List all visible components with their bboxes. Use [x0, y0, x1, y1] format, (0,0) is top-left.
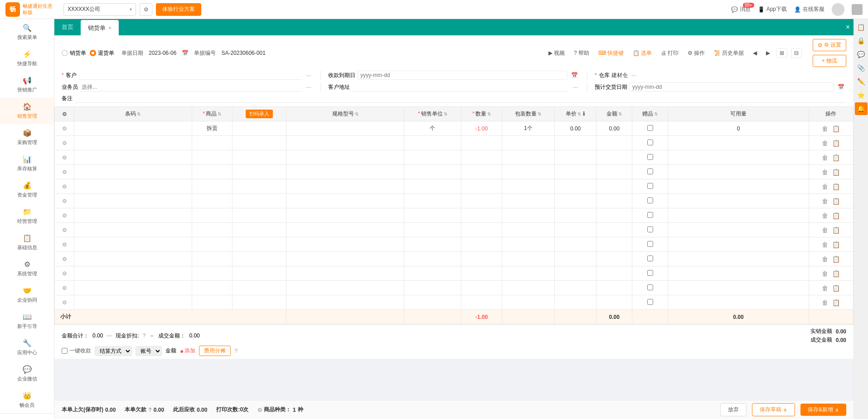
row-gift-12[interactable]: [632, 295, 668, 310]
sidebar-item-operations[interactable]: 📁 经营管理: [0, 203, 54, 229]
online-service-button[interactable]: 👤 在线客服: [794, 5, 824, 13]
tab-close-icon[interactable]: ×: [108, 25, 112, 31]
trial-button[interactable]: 体验行业方案: [156, 3, 201, 16]
select-order-btn[interactable]: 📋 选单: [630, 48, 655, 58]
right-panel-btn-6[interactable]: ⭐: [855, 89, 868, 101]
row-spec-8[interactable]: [286, 237, 404, 252]
add-payment-btn[interactable]: ● 添加: [180, 347, 195, 355]
sidebar-collapse-btn[interactable]: ◀: [35, 417, 46, 419]
row-delete-btn-10[interactable]: 🗑: [820, 270, 829, 277]
row-qty-8[interactable]: [461, 237, 502, 252]
row-copy-btn-1[interactable]: 📋: [831, 140, 841, 147]
row-copy-btn-4[interactable]: 📋: [831, 183, 841, 190]
row-delete-btn-11[interactable]: 🗑: [820, 284, 829, 292]
right-panel-btn-5[interactable]: ✏️: [855, 75, 868, 88]
row-price-2[interactable]: [555, 150, 596, 165]
radio-sales-order[interactable]: 销货单: [62, 49, 86, 57]
row-barcode-1[interactable]: [74, 136, 192, 150]
row-delete-btn-4[interactable]: 🗑: [820, 183, 829, 190]
sidebar-item-wechat[interactable]: 💬 企业微信: [0, 361, 54, 387]
tabs-close-all-btn[interactable]: ×: [846, 23, 850, 31]
row-price-12[interactable]: [555, 295, 596, 310]
row-copy-btn-0[interactable]: 📋: [831, 125, 841, 132]
row-barcode-7[interactable]: [74, 223, 192, 237]
help-btn[interactable]: ? 帮助: [571, 48, 592, 58]
video-btn[interactable]: ▶ 视频: [546, 48, 567, 58]
row-product-4[interactable]: [192, 179, 232, 194]
row-delete-btn-0[interactable]: 🗑: [820, 125, 829, 132]
row-qty-2[interactable]: [461, 150, 502, 165]
row-copy-btn-2[interactable]: 📋: [831, 154, 841, 161]
row-product-8[interactable]: [192, 237, 232, 252]
customer-input[interactable]: [78, 71, 303, 80]
prev-btn[interactable]: ◀: [750, 48, 760, 58]
logistics-btn[interactable]: + 物流: [813, 55, 846, 67]
row-gift-9[interactable]: [632, 252, 668, 266]
row-gift-2[interactable]: [632, 150, 668, 165]
user-avatar[interactable]: [832, 3, 844, 16]
tab-sales-order[interactable]: 销货单 ×: [81, 20, 119, 36]
row-delete-btn-12[interactable]: 🗑: [820, 299, 829, 306]
row-price-7[interactable]: [555, 223, 596, 237]
salesperson-input[interactable]: [80, 83, 302, 92]
row-copy-btn-6[interactable]: 📋: [831, 212, 841, 219]
sidebar-item-collab[interactable]: 🤝 企业协同: [0, 282, 54, 308]
right-panel-btn-1[interactable]: 📋: [855, 21, 868, 34]
remarks-input[interactable]: [74, 94, 846, 103]
row-barcode-9[interactable]: [74, 252, 192, 266]
list-view-btn[interactable]: ⊟: [791, 48, 802, 58]
customer-addr-more-btn[interactable]: ···: [571, 83, 580, 91]
row-delete-btn-9[interactable]: 🗑: [820, 255, 829, 263]
grid-view-btn[interactable]: ⊞: [776, 48, 787, 58]
row-product-9[interactable]: [192, 252, 232, 266]
row-product-1[interactable]: [192, 136, 232, 150]
row-gift-4[interactable]: [632, 179, 668, 194]
row-qty-10[interactable]: [461, 266, 502, 281]
row-spec-1[interactable]: [286, 136, 404, 150]
due-date-input[interactable]: [357, 71, 567, 80]
row-delete-btn-2[interactable]: 🗑: [820, 154, 829, 161]
row-price-10[interactable]: [555, 266, 596, 281]
row-qty-5[interactable]: [461, 194, 502, 208]
row-barcode-5[interactable]: [74, 194, 192, 208]
company-selector[interactable]: XXXXXX公司 ▾: [63, 3, 136, 16]
row-qty-6[interactable]: [461, 208, 502, 223]
row-price-3[interactable]: [555, 165, 596, 179]
sidebar-item-system[interactable]: ⚙ 系统管理: [0, 255, 54, 282]
row-copy-btn-5[interactable]: 📋: [831, 197, 841, 205]
warehouse-more-btn[interactable]: ···: [630, 72, 639, 79]
row-qty-0[interactable]: -1.00: [461, 121, 502, 136]
row-delete-btn-3[interactable]: 🗑: [820, 169, 829, 176]
row-product-11[interactable]: [192, 281, 232, 295]
row-spec-3[interactable]: [286, 165, 404, 179]
sidebar-item-basic-info[interactable]: 📋 基础信息: [0, 229, 54, 255]
save-new-btn[interactable]: 保存&新增 ∧: [800, 404, 846, 416]
row-product-6[interactable]: [192, 208, 232, 223]
row-copy-btn-12[interactable]: 📋: [831, 299, 841, 306]
radio-return-order[interactable]: 退货单: [90, 49, 114, 57]
row-gift-8[interactable]: [632, 237, 668, 252]
row-copy-btn-10[interactable]: 📋: [831, 270, 841, 277]
row-copy-btn-11[interactable]: 📋: [831, 284, 841, 292]
abandon-btn[interactable]: 放弃: [720, 403, 747, 416]
row-gift-7[interactable]: [632, 223, 668, 237]
account-select[interactable]: 账号: [136, 346, 162, 356]
row-spec-4[interactable]: [286, 179, 404, 194]
row-copy-btn-7[interactable]: 📋: [831, 226, 841, 234]
sidebar-item-app-center[interactable]: 🔧 应用中心: [0, 334, 54, 361]
payment-method-select[interactable]: 结算方式: [95, 346, 132, 356]
row-price-1[interactable]: [555, 136, 596, 150]
row-spec-2[interactable]: [286, 150, 404, 165]
row-price-0[interactable]: 0.00: [555, 121, 596, 136]
history-btn[interactable]: 📜 历史单据: [711, 48, 747, 58]
app-download-button[interactable]: 📱 App下载: [758, 5, 787, 13]
row-gift-6[interactable]: [632, 208, 668, 223]
calendar-icon[interactable]: 📅: [182, 50, 189, 56]
row-delete-btn-8[interactable]: 🗑: [820, 241, 829, 248]
row-delete-btn-1[interactable]: 🗑: [820, 140, 829, 147]
save-draft-btn[interactable]: 保存草稿 ∧: [752, 403, 795, 416]
row-spec-9[interactable]: [286, 252, 404, 266]
row-product-3[interactable]: [192, 165, 232, 179]
row-spec-12[interactable]: [286, 295, 404, 310]
row-barcode-0[interactable]: [74, 121, 192, 136]
